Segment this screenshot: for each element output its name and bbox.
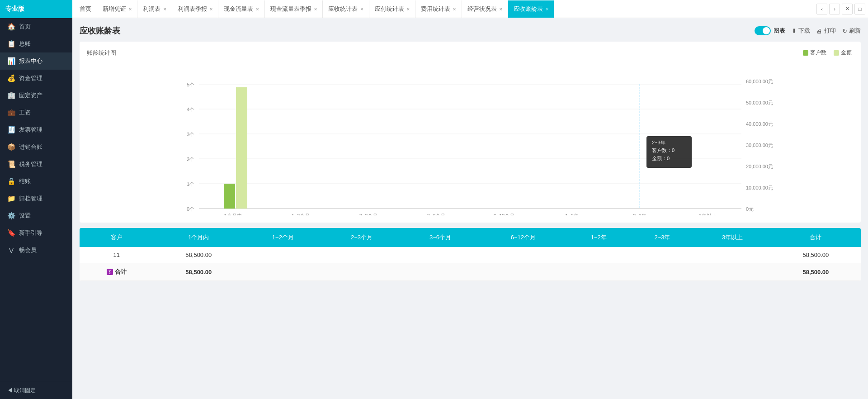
page-header: 应收账龄表 图表 ⬇ 下载 🖨 打印 ↻ 刷新 bbox=[80, 25, 861, 36]
toggle-thumb bbox=[763, 27, 770, 34]
tab-应收统计表[interactable]: 应收统计表× bbox=[323, 0, 369, 18]
tab-close-icon[interactable]: × bbox=[407, 6, 410, 12]
print-btn[interactable]: 🖨 打印 bbox=[816, 27, 836, 35]
svg-text:3个: 3个 bbox=[187, 132, 194, 137]
svg-text:4个: 4个 bbox=[187, 107, 194, 112]
tab-现金流量表[interactable]: 现金流量表× bbox=[218, 0, 264, 18]
tab-label: 首页 bbox=[80, 5, 91, 13]
svg-text:3~6个月: 3~6个月 bbox=[427, 213, 446, 215]
tab-label: 费用统计表 bbox=[421, 5, 450, 13]
cell-y12 bbox=[567, 247, 631, 263]
legend-customers: 客户数 bbox=[803, 49, 826, 57]
tab-label: 现金流量表季报 bbox=[270, 5, 311, 13]
cell-m23 bbox=[322, 247, 401, 263]
table-header-row: 客户 1个月内 1~2个月 2~3个月 3~6个月 6~12个月 1~2年 2~… bbox=[80, 228, 861, 247]
tab-利润表[interactable]: 利润表× bbox=[137, 0, 172, 18]
svg-text:2~3年: 2~3年 bbox=[652, 140, 665, 145]
col-m23: 2~3个月 bbox=[322, 228, 401, 247]
cell-m1: 58,500.00 bbox=[154, 247, 244, 263]
tab-label: 应收账龄表 bbox=[514, 5, 543, 13]
tab-close-icon[interactable]: × bbox=[163, 6, 166, 12]
legend-color-customers bbox=[803, 50, 808, 56]
sidebar-label-archive: 归档管理 bbox=[19, 195, 42, 203]
tab-应收账龄表[interactable]: 应收账龄表× bbox=[508, 0, 554, 18]
sidebar-label-close: 结账 bbox=[19, 177, 31, 185]
svg-text:20,000.00元: 20,000.00元 bbox=[746, 164, 773, 169]
col-customer: 客户 bbox=[80, 228, 154, 247]
sidebar-item-reports[interactable]: 📊报表中心 bbox=[0, 52, 72, 70]
toggle-track[interactable] bbox=[755, 26, 771, 35]
tab-首页[interactable]: 首页 bbox=[74, 0, 97, 18]
sidebar-label-home: 首页 bbox=[19, 23, 31, 31]
sidebar-logo: 专业版 bbox=[0, 0, 72, 18]
reports-icon: 📊 bbox=[7, 57, 15, 65]
chart-toggle[interactable]: 图表 bbox=[755, 26, 785, 35]
tab-label: 现金流量表 bbox=[224, 5, 253, 13]
chart-container: 0个 1个 2个 3个 4个 5个 0元 10,000.00元 20,000.0… bbox=[87, 62, 854, 215]
tax-icon: 📜 bbox=[7, 160, 15, 168]
cell-total-total: 58,500.00 bbox=[771, 263, 861, 281]
sidebar-item-archive[interactable]: 📁归档管理 bbox=[0, 190, 72, 207]
bar-customers-0 bbox=[224, 184, 235, 209]
sidebar-item-invoices[interactable]: 🧾发票管理 bbox=[0, 121, 72, 138]
col-y3plus: 3年以上 bbox=[694, 228, 770, 247]
sidebar-item-tax[interactable]: 📜税务管理 bbox=[0, 156, 72, 173]
tab-label: 经营状况表 bbox=[467, 5, 497, 13]
funds-icon: 💰 bbox=[7, 74, 15, 82]
sidebar-item-close[interactable]: 🔒结账 bbox=[0, 173, 72, 190]
tab-close-icon[interactable]: × bbox=[546, 6, 548, 12]
sidebar-item-ledger[interactable]: 📋总账 bbox=[0, 35, 72, 52]
tab-close-icon[interactable]: × bbox=[314, 6, 317, 12]
tab-close-all-btn[interactable]: ✕ bbox=[842, 4, 853, 14]
tab-现金流量表季报[interactable]: 现金流量表季报× bbox=[265, 0, 323, 18]
tab-费用统计表[interactable]: 费用统计表× bbox=[415, 0, 462, 18]
refresh-btn[interactable]: ↻ 刷新 bbox=[842, 27, 861, 35]
sidebar-item-inventory[interactable]: 📦进销台账 bbox=[0, 138, 72, 156]
tab-close-icon[interactable]: × bbox=[210, 6, 212, 12]
tab-next-btn[interactable]: › bbox=[829, 4, 840, 14]
col-m36: 3~6个月 bbox=[401, 228, 480, 247]
ledger-icon: 📋 bbox=[7, 40, 15, 48]
invoices-icon: 🧾 bbox=[7, 126, 15, 134]
download-icon: ⬇ bbox=[792, 28, 797, 34]
table-total-row: ∑ 合计 58,500.00 58,500.00 bbox=[80, 263, 861, 281]
tab-经营状况表[interactable]: 经营状况表× bbox=[462, 0, 508, 18]
sidebar-item-salary[interactable]: 💼工资 bbox=[0, 104, 72, 121]
download-btn[interactable]: ⬇ 下载 bbox=[792, 27, 810, 35]
svg-text:1个月内: 1个月内 bbox=[224, 213, 241, 215]
tab-利润表季报[interactable]: 利润表季报× bbox=[172, 0, 218, 18]
assets-icon: 🏢 bbox=[7, 91, 15, 100]
sidebar-item-guide[interactable]: 🔖新手引导 bbox=[0, 224, 72, 242]
tab-close-icon[interactable]: × bbox=[453, 6, 456, 12]
svg-text:2个: 2个 bbox=[187, 157, 194, 162]
tab-新增凭证[interactable]: 新增凭证× bbox=[97, 0, 137, 18]
svg-text:金额：0: 金额：0 bbox=[652, 156, 670, 161]
table-row: 11 58,500.00 58,500.00 bbox=[80, 247, 861, 263]
svg-text:2~3个月: 2~3个月 bbox=[359, 213, 378, 215]
cell-y23 bbox=[631, 247, 694, 263]
sidebar-label-vip: 畅会员 bbox=[19, 246, 37, 254]
tab-label: 新增凭证 bbox=[103, 5, 126, 13]
cell-y3plus bbox=[694, 247, 770, 263]
cell-m612 bbox=[480, 247, 567, 263]
tab-close-icon[interactable]: × bbox=[360, 6, 363, 12]
svg-text:1~2个月: 1~2个月 bbox=[292, 213, 310, 215]
sidebar-item-settings[interactable]: ⚙️设置 bbox=[0, 207, 72, 224]
tab-close-icon[interactable]: × bbox=[256, 6, 259, 12]
sidebar-item-assets[interactable]: 🏢固定资产 bbox=[0, 87, 72, 104]
tab-fullscreen-btn[interactable]: □ bbox=[854, 4, 865, 14]
sidebar-item-vip[interactable]: V畅会员 bbox=[0, 242, 72, 259]
tab-prev-btn[interactable]: ‹ bbox=[816, 4, 827, 14]
sidebar-item-funds[interactable]: 💰资金管理 bbox=[0, 70, 72, 87]
tab-close-icon[interactable]: × bbox=[129, 6, 132, 12]
col-m12: 1~2个月 bbox=[244, 228, 322, 247]
legend-color-amount bbox=[834, 50, 839, 56]
svg-text:0元: 0元 bbox=[746, 206, 754, 212]
sidebar-item-home[interactable]: 🏠首页 bbox=[0, 18, 72, 35]
sidebar-collapse-btn[interactable]: ◀ 取消固定 bbox=[0, 382, 72, 399]
tab-close-icon[interactable]: × bbox=[500, 6, 502, 12]
svg-text:2~3年: 2~3年 bbox=[633, 213, 646, 215]
cell-total-m612 bbox=[480, 263, 567, 281]
main-area: 首页新增凭证×利润表×利润表季报×现金流量表×现金流量表季报×应收统计表×应付统… bbox=[72, 0, 868, 399]
tab-应付统计表[interactable]: 应付统计表× bbox=[369, 0, 415, 18]
